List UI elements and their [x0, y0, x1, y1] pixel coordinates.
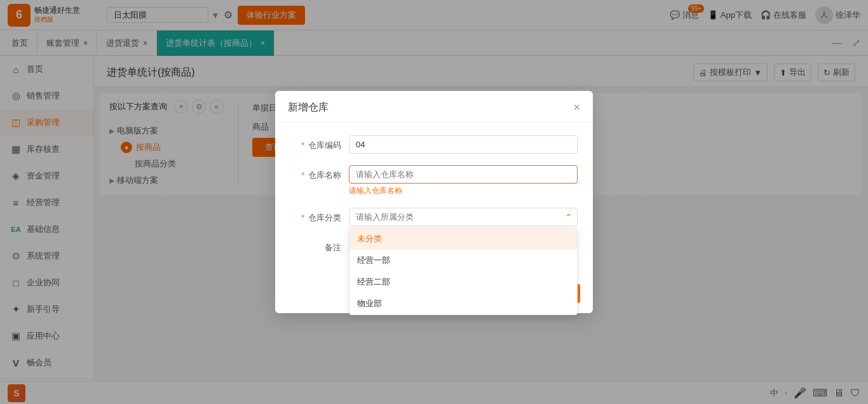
dropdown-item-dept3[interactable]: 物业部: [349, 293, 577, 314]
name-label: * 仓库名称: [290, 165, 341, 181]
modal-header: 新增仓库 ×: [275, 91, 593, 123]
code-label-text: 仓库编码: [308, 140, 341, 150]
code-row: * 仓库编码: [290, 135, 578, 154]
category-label-text: 仓库分类: [308, 213, 341, 222]
new-warehouse-modal: 新增仓库 × * 仓库编码 * 仓库名称: [275, 91, 593, 313]
req-star-code: *: [301, 140, 304, 150]
category-control: ⌃ 未分类 经营一部 经营二部 物业部: [349, 208, 578, 226]
category-input-wrap: ⌃: [349, 208, 578, 226]
code-control: [349, 135, 578, 154]
modal-title: 新增仓库: [288, 101, 329, 114]
chevron-up-icon[interactable]: ⌃: [565, 212, 573, 222]
remark-label: 备注: [290, 238, 341, 253]
code-label: * 仓库编码: [290, 135, 341, 151]
code-input[interactable]: [349, 135, 578, 154]
name-error-msg: 请输入仓库名称: [349, 185, 578, 196]
dropdown-item-dept2[interactable]: 经营二部: [349, 271, 577, 293]
dropdown-item-dept1[interactable]: 经营一部: [349, 250, 577, 271]
name-row: * 仓库名称 请输入仓库名称: [290, 165, 578, 196]
category-row: * 仓库分类 ⌃ 未分类 经营一部 经营二部 物业部: [290, 208, 578, 226]
req-star-cat: *: [301, 213, 304, 222]
category-input[interactable]: [349, 208, 578, 226]
name-control: 请输入仓库名称: [349, 165, 578, 196]
name-input[interactable]: [349, 165, 578, 184]
remark-label-text: 备注: [325, 243, 341, 252]
modal-body: * 仓库编码 * 仓库名称 请输入仓库名称: [275, 123, 593, 278]
dropdown-item-none[interactable]: 未分类: [349, 228, 577, 250]
req-star-name: *: [301, 170, 304, 180]
category-label: * 仓库分类: [290, 208, 341, 224]
modal-close-btn[interactable]: ×: [573, 101, 580, 114]
category-dropdown: 未分类 经营一部 经营二部 物业部: [349, 227, 578, 315]
name-label-text: 仓库名称: [308, 170, 341, 180]
modal-overlay: 新增仓库 × * 仓库编码 * 仓库名称: [0, 0, 868, 404]
